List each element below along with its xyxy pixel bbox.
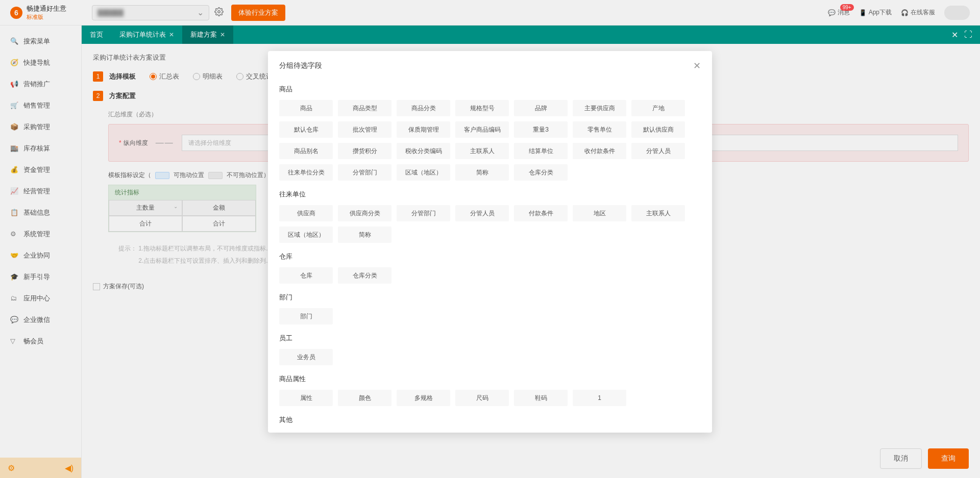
field-group-title: 往来单位 <box>279 190 701 199</box>
field-chip[interactable]: 付款条件 <box>514 205 568 221</box>
field-chip-row: 供应商供应商分类分管部门分管人员付款条件地区主联系人区域（地区）简称 <box>279 205 701 243</box>
field-chip[interactable]: 主要供应商 <box>573 100 626 116</box>
modal-body[interactable]: 商品商品商品类型商品分类规格型号品牌主要供应商产地默认仓库批次管理保质期管理客户… <box>268 81 712 433</box>
field-chip[interactable]: 结算单位 <box>514 143 568 159</box>
field-chip-row: 商品商品类型商品分类规格型号品牌主要供应商产地默认仓库批次管理保质期管理客户商品… <box>279 100 701 181</box>
field-chip[interactable]: 鞋码 <box>514 390 568 406</box>
field-chip[interactable]: 供应商分类 <box>338 205 391 221</box>
field-chip[interactable]: 商品类型 <box>338 100 391 116</box>
field-chip[interactable]: 区域（地区） <box>279 227 333 243</box>
field-chip-row: 业务员 <box>279 349 701 365</box>
field-chip[interactable]: 分管部门 <box>338 164 391 181</box>
field-chip[interactable]: 主联系人 <box>455 143 509 159</box>
field-chip[interactable]: 尺码 <box>455 390 509 406</box>
field-chip[interactable]: 颜色 <box>338 390 391 406</box>
modal-title: 分组待选字段 <box>279 61 322 70</box>
field-chip[interactable]: 供应商 <box>279 205 333 221</box>
field-chip[interactable]: 简称 <box>338 227 391 243</box>
field-chip[interactable]: 业务员 <box>279 349 333 365</box>
field-chip[interactable]: 仓库 <box>279 267 333 284</box>
field-chip[interactable]: 品牌 <box>514 100 568 116</box>
field-chip[interactable]: 仓库分类 <box>514 164 568 181</box>
field-chip[interactable]: 地区 <box>573 205 626 221</box>
field-group-title: 员工 <box>279 334 701 343</box>
field-chip[interactable]: 主联系人 <box>631 205 685 221</box>
field-chip[interactable]: 规格型号 <box>455 100 509 116</box>
field-chip-row: 属性颜色多规格尺码鞋码1 <box>279 390 701 406</box>
field-chip[interactable]: 重量3 <box>514 121 568 138</box>
field-chip[interactable]: 商品别名 <box>279 143 333 159</box>
field-chip[interactable]: 默认仓库 <box>279 121 333 138</box>
field-chip[interactable]: 分管部门 <box>397 205 450 221</box>
field-group-title: 商品 <box>279 85 701 94</box>
field-chip[interactable]: 产地 <box>631 100 685 116</box>
field-chip[interactable]: 税收分类编码 <box>397 143 450 159</box>
field-group-title: 商品属性 <box>279 374 701 384</box>
modal-header: 分组待选字段 ✕ <box>268 51 712 81</box>
field-group-title: 仓库 <box>279 252 701 261</box>
close-icon[interactable]: ✕ <box>693 60 701 71</box>
field-chip[interactable]: 属性 <box>279 390 333 406</box>
field-chip[interactable]: 收付款条件 <box>573 143 626 159</box>
field-chip[interactable]: 多规格 <box>397 390 450 406</box>
field-chip-row: 部门 <box>279 308 701 324</box>
field-chip[interactable]: 部门 <box>279 308 333 324</box>
field-chip[interactable]: 零售单位 <box>573 121 626 138</box>
field-chip[interactable]: 商品分类 <box>397 100 450 116</box>
field-chip[interactable]: 默认供应商 <box>631 121 685 138</box>
field-group-title: 其他 <box>279 415 701 424</box>
field-chip[interactable]: 客户商品编码 <box>455 121 509 138</box>
field-chip[interactable]: 分管人员 <box>631 143 685 159</box>
field-chip-row: 仓库仓库分类 <box>279 267 701 284</box>
field-chip[interactable]: 攒货积分 <box>338 143 391 159</box>
field-chip[interactable]: 分管人员 <box>455 205 509 221</box>
field-group-title: 部门 <box>279 293 701 302</box>
field-chip[interactable]: 批次管理 <box>338 121 391 138</box>
field-chip[interactable]: 保质期管理 <box>397 121 450 138</box>
field-chip[interactable]: 往来单位分类 <box>279 164 333 181</box>
field-chip[interactable]: 1 <box>573 390 626 406</box>
field-chip[interactable]: 仓库分类 <box>338 267 391 284</box>
field-chip[interactable]: 商品 <box>279 100 333 116</box>
field-chip[interactable]: 简称 <box>455 164 509 181</box>
field-chip[interactable]: 区域（地区） <box>397 164 450 181</box>
field-selector-modal: 分组待选字段 ✕ 商品商品商品类型商品分类规格型号品牌主要供应商产地默认仓库批次… <box>268 51 712 433</box>
